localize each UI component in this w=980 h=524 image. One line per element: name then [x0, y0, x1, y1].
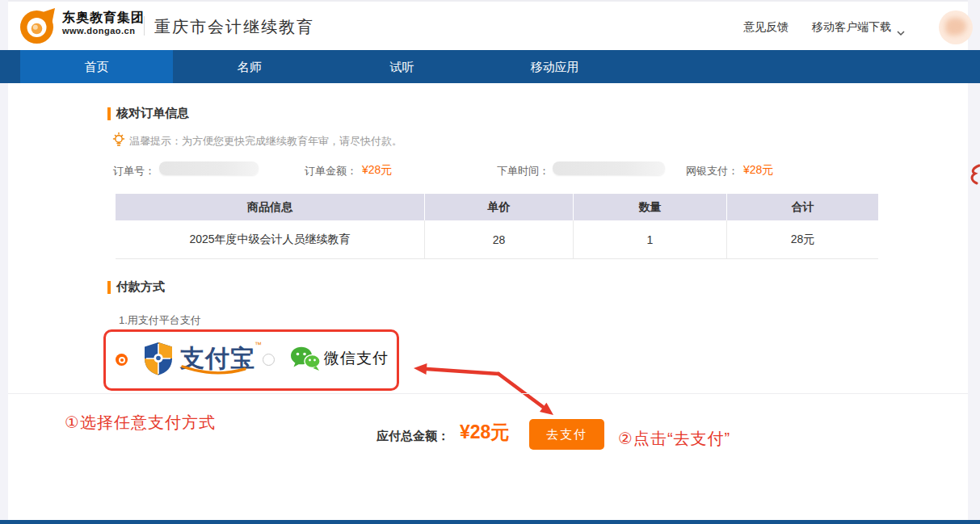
- lightbulb-icon: [112, 132, 125, 148]
- header-divider: [144, 16, 145, 36]
- footer-bar: [0, 520, 980, 524]
- brand-url[interactable]: www.dongao.cn: [62, 26, 135, 36]
- col-unit-price: 单价: [424, 194, 573, 220]
- section-bar: [107, 281, 111, 294]
- dongao-logo-icon[interactable]: [19, 7, 57, 44]
- section-bar: [107, 107, 111, 120]
- order-table: 商品信息 单价 数量 合计 2025年度中级会计人员继续教育 28 1 28元: [116, 194, 878, 259]
- wechat-radio[interactable]: [263, 354, 275, 366]
- total-due-label: 应付总金额：: [376, 429, 449, 444]
- cell-quantity: 1: [573, 220, 726, 258]
- wechat-pay-label[interactable]: 微信支付: [324, 348, 389, 369]
- tab-audition[interactable]: 试听: [326, 50, 478, 83]
- feedback-link[interactable]: 意见反馈: [743, 20, 789, 35]
- order-time-redacted-value: [553, 161, 665, 175]
- tab-teachers[interactable]: 名师: [173, 50, 326, 83]
- col-product-info: 商品信息: [116, 194, 424, 220]
- alipay-radio[interactable]: [116, 354, 128, 366]
- cell-product-name: 2025年度中级会计人员继续教育: [116, 220, 424, 258]
- cell-unit-price: 28: [424, 220, 573, 258]
- wechat-icon[interactable]: [290, 346, 321, 371]
- bank-pay-label: 网银支付：: [686, 164, 738, 178]
- annotation-step2: ②点击“去支付”: [618, 428, 730, 450]
- avatar[interactable]: [939, 10, 973, 44]
- order-no-label: 订单号：: [113, 164, 155, 178]
- download-link[interactable]: 移动客户端下载: [812, 20, 891, 35]
- chevron-down-icon[interactable]: [897, 25, 905, 30]
- table-header-row: 商品信息 单价 数量 合计: [116, 194, 878, 220]
- col-quantity: 数量: [573, 194, 726, 220]
- alipay-swoosh: [181, 364, 247, 377]
- annotation-arrow: [400, 358, 570, 426]
- go-pay-button[interactable]: 去支付: [529, 419, 604, 450]
- order-tip: 温馨提示：为方便您更快完成继续教育年审，请尽快付款。: [129, 134, 402, 149]
- table-row: 2025年度中级会计人员继续教育 28 1 28元: [116, 220, 878, 259]
- order-section-title: 核对订单信息: [116, 106, 189, 121]
- payment-subtitle: 1.用支付平台支付: [119, 313, 201, 328]
- main-nav: 首页 名师 试听 移动应用: [0, 50, 980, 83]
- alipay-shield-icon[interactable]: [143, 342, 174, 375]
- avatar-image: [945, 18, 966, 36]
- order-amount-label: 订单金额：: [305, 164, 357, 178]
- order-no-redacted-value: [159, 161, 259, 175]
- order-amount-value: ¥28元: [362, 163, 392, 178]
- col-total: 合计: [726, 194, 878, 220]
- page: 东奥教育集团 www.dongao.cn 重庆市会计继续教育 意见反馈 移动客户…: [0, 0, 980, 524]
- total-due-value: ¥28元: [460, 420, 509, 445]
- tab-home[interactable]: 首页: [20, 50, 173, 83]
- payment-section-title: 付款方式: [116, 279, 165, 295]
- section-divider: [8, 393, 968, 394]
- bank-pay-value: ¥28元: [743, 163, 773, 178]
- alipay-trademark: ™: [254, 341, 262, 349]
- site-title: 重庆市会计继续教育: [154, 16, 314, 38]
- annotation-step1: ①选择任意支付方式: [65, 412, 216, 434]
- tab-mobile-app[interactable]: 移动应用: [478, 50, 631, 83]
- brand-name[interactable]: 东奥教育集团: [62, 10, 145, 27]
- order-time-label: 下单时间：: [497, 164, 549, 178]
- cell-total: 28元: [726, 220, 878, 258]
- clipped-red-annotation: [969, 163, 980, 186]
